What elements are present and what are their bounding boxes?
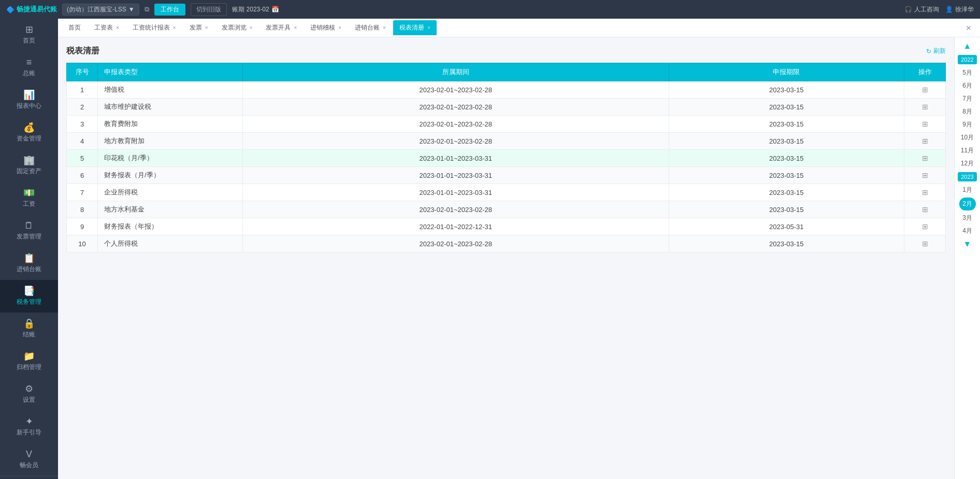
main-layout: ⊞ 首页 ≡ 总账 📊 报表中心 💰 资金管理 🏢 固定资产 💵 工资 🗒 发票… (0, 19, 980, 479)
company-selector[interactable]: (勿动）江西服宝-LSS ▼ (62, 4, 139, 16)
cell-no: 9 (67, 218, 98, 235)
tab-bar-close-all[interactable]: ✕ (961, 22, 976, 34)
tab-purchase-ledger-close[interactable]: × (383, 25, 386, 31)
cal-month-9[interactable]: 9月 (955, 118, 980, 131)
sidebar-item-ledger[interactable]: ≡ 总账 (0, 51, 58, 84)
tab-purchase-ledger[interactable]: 进销台账 × (349, 20, 392, 35)
sidebar-item-home[interactable]: ⊞ 首页 (0, 19, 58, 51)
copy-icon[interactable]: ⧉ (145, 5, 149, 13)
tab-invoice[interactable]: 发票 × (183, 20, 214, 35)
cell-deadline: 2023-03-15 (669, 116, 904, 133)
sidebar-item-funds[interactable]: 💰 资金管理 (0, 117, 58, 149)
view-action-icon[interactable]: ⊞ (922, 137, 928, 145)
cal-month-5[interactable]: 5月 (955, 66, 980, 79)
closing-icon: 🔒 (23, 319, 35, 328)
cell-period: 2023-01-01~2023-03-31 (243, 184, 669, 201)
user-profile-button[interactable]: 👤 徐泽华 (945, 5, 974, 14)
view-action-icon[interactable]: ⊞ (922, 240, 928, 248)
tab-salary-label: 工资表 (94, 23, 113, 32)
user-name-label: 徐泽华 (955, 5, 974, 14)
col-header-deadline: 申报期限 (669, 63, 904, 81)
tab-invoice-close[interactable]: × (205, 25, 208, 31)
cal-month-11[interactable]: 11月 (955, 144, 980, 157)
cell-deadline: 2023-03-15 (669, 150, 904, 167)
cal-month-2-active[interactable]: 2月 (959, 198, 976, 210)
cell-type: 财务报表（月/季） (98, 167, 243, 184)
sidebar-item-reports[interactable]: 📊 报表中心 (0, 84, 58, 117)
view-action-icon[interactable]: ⊞ (922, 120, 928, 128)
tab-bar: 首页 工资表 × 工资统计报表 × 发票 × 发票浏览 × 发票开具 × (58, 19, 980, 37)
refresh-button[interactable]: ↻ 刷新 (926, 47, 946, 55)
sidebar-unpin-button[interactable]: ⊿ 取消固定 (0, 476, 58, 479)
cell-action: ⊞ (904, 201, 946, 218)
tab-purchase-audit[interactable]: 进销稽核 × (304, 20, 348, 35)
assets-icon: 🏢 (23, 156, 35, 165)
sidebar-label-assets: 固定资产 (17, 167, 41, 176)
cal-year-2022[interactable]: 2022 (958, 55, 976, 64)
cal-nav-down[interactable]: ▼ (961, 237, 974, 251)
tab-salary[interactable]: 工资表 × (88, 20, 125, 35)
view-action-icon[interactable]: ⊞ (922, 171, 928, 179)
sidebar-item-archive[interactable]: 📁 归档管理 (0, 345, 58, 378)
refresh-icon: ↻ (926, 48, 931, 55)
tab-invoice-browse[interactable]: 发票浏览 × (215, 20, 259, 35)
user-service-button[interactable]: 🎧 人工咨询 (904, 5, 939, 14)
ledger-icon: ≡ (26, 58, 32, 67)
sidebar-item-salary[interactable]: 💵 工资 (0, 182, 58, 215)
cell-action: ⊞ (904, 98, 946, 116)
view-action-icon[interactable]: ⊞ (922, 154, 928, 162)
cell-action: ⊞ (904, 184, 946, 201)
sidebar-item-purchase[interactable]: 📋 进销台账 (0, 247, 58, 280)
tab-invoice-browse-close[interactable]: × (250, 25, 253, 31)
table-row: 6 财务报表（月/季） 2023-01-01~2023-03-31 2023-0… (67, 167, 946, 184)
tab-purchase-audit-close[interactable]: × (338, 25, 341, 31)
cell-no: 4 (67, 133, 98, 150)
tab-tax-clear-close[interactable]: × (427, 25, 430, 31)
sidebar-item-assets[interactable]: 🏢 固定资产 (0, 149, 58, 182)
sidebar-item-guide[interactable]: ✦ 新手引导 (0, 411, 58, 443)
view-action-icon[interactable]: ⊞ (922, 103, 928, 111)
page-header: 税表清册 ↻ 刷新 (66, 46, 946, 57)
tab-salary-report[interactable]: 工资统计报表 × (126, 20, 182, 35)
old-version-button[interactable]: 切到旧版 (191, 3, 227, 16)
cell-deadline: 2023-03-15 (669, 133, 904, 150)
cell-action: ⊞ (904, 218, 946, 235)
tax-icon: 📑 (23, 286, 35, 295)
cal-year-2023[interactable]: 2023 (958, 172, 976, 181)
tab-salary-report-close[interactable]: × (173, 25, 176, 31)
sidebar-item-settings[interactable]: ⚙ 设置 (0, 378, 58, 411)
sidebar-label-funds: 资金管理 (17, 134, 41, 143)
tab-invoice-browse-label: 发票浏览 (222, 23, 247, 32)
cal-nav-up[interactable]: ▲ (961, 39, 974, 53)
tab-tax-clear[interactable]: 税表清册 × (393, 20, 437, 35)
tab-invoice-open[interactable]: 发票开具 × (260, 20, 303, 35)
tab-salary-close[interactable]: × (116, 25, 119, 31)
cal-month-7[interactable]: 7月 (955, 92, 980, 105)
cell-period: 2023-02-01~2023-02-28 (243, 116, 669, 133)
workbench-button[interactable]: 工作台 (154, 4, 185, 16)
view-action-icon[interactable]: ⊞ (922, 205, 928, 214)
view-action-icon[interactable]: ⊞ (922, 86, 928, 94)
cal-month-1[interactable]: 1月 (955, 184, 980, 196)
sidebar-item-invoice[interactable]: 🗒 发票管理 (0, 215, 58, 247)
sidebar-item-member[interactable]: V 畅会员 (0, 443, 58, 476)
cal-month-12[interactable]: 12月 (955, 157, 980, 170)
tab-invoice-open-close[interactable]: × (294, 25, 297, 31)
sidebar-label-invoice: 发票管理 (17, 232, 41, 241)
cal-month-3[interactable]: 3月 (955, 212, 980, 224)
cal-month-6[interactable]: 6月 (955, 79, 980, 92)
calendar-icon[interactable]: 📅 (271, 6, 279, 13)
view-action-icon[interactable]: ⊞ (922, 188, 928, 196)
table-header-row: 序号 申报表类型 所属期间 申报期限 操作 (67, 63, 946, 81)
sidebar-item-closing[interactable]: 🔒 结账 (0, 313, 58, 345)
tab-home[interactable]: 首页 (62, 20, 87, 35)
header-right: 🎧 人工咨询 👤 徐泽华 (904, 5, 974, 14)
cell-period: 2023-02-01~2023-02-28 (243, 98, 669, 116)
sidebar-label-settings: 设置 (23, 396, 35, 404)
view-action-icon[interactable]: ⊞ (922, 222, 928, 231)
sidebar-item-tax[interactable]: 📑 税务管理 (0, 280, 58, 313)
cal-month-10[interactable]: 10月 (955, 131, 980, 144)
cal-month-8[interactable]: 8月 (955, 105, 980, 118)
cell-period: 2023-01-01~2023-03-31 (243, 167, 669, 184)
cal-month-4[interactable]: 4月 (955, 224, 980, 237)
